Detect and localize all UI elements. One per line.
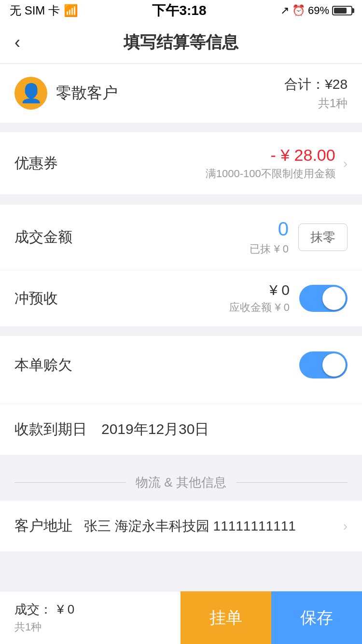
due-date-row: 收款到期日 2019年12月30日: [0, 404, 362, 455]
customer-row: 👤 零散客户 合计：¥28 共1种: [0, 64, 362, 123]
customer-right: 合计：¥28 共1种: [284, 75, 348, 111]
bottom-info: 成交： ¥ 0 共1种: [0, 591, 181, 644]
back-button[interactable]: ‹: [10, 28, 25, 57]
coupon-info: - ¥ 28.00 满1000-100不限制使用金额: [206, 146, 335, 181]
status-right: ↗ ⏰ 69%: [280, 4, 352, 17]
pre-collection-text: ¥ 0 应收金额 ¥ 0: [229, 282, 290, 315]
debt-toggle[interactable]: [299, 351, 348, 378]
bottom-deal-label: 成交：: [14, 601, 52, 618]
status-left: 无 SIM 卡 📶: [10, 3, 78, 18]
pre-collection-row: 冲预收 ¥ 0 应收金额 ¥ 0: [0, 270, 362, 326]
pre-sub: 应收金额 ¥ 0: [229, 300, 290, 315]
divider-1: [0, 326, 362, 336]
bottom-deal-amount: ¥ 0: [57, 602, 74, 617]
divider-2: [0, 455, 362, 464]
discount-amount: - ¥ 28.00: [206, 146, 335, 165]
pre-amount: ¥ 0: [229, 282, 290, 298]
deal-section: 成交金额 0 已抹 ¥ 0 抹零 冲预收 ¥ 0 应收金额 ¥ 0: [0, 205, 362, 326]
round-button[interactable]: 抹零: [298, 224, 348, 251]
deal-row: 成交金额 0 已抹 ¥ 0 抹零: [0, 205, 362, 270]
bottom-bar: 成交： ¥ 0 共1种 挂单 保存: [0, 591, 362, 644]
due-date-label: 收款到期日: [14, 420, 87, 439]
coupon-section: 优惠券 - ¥ 28.00 满1000-100不限制使用金额 ›: [0, 132, 362, 195]
bottom-count: 共1种: [14, 620, 166, 634]
coupon-label: 优惠券: [14, 154, 58, 173]
deal-info: 0 已抹 ¥ 0: [250, 218, 289, 256]
address-value: 张三 海淀永丰科技园 11111111111: [84, 517, 343, 535]
save-button[interactable]: 保存: [271, 591, 362, 644]
debt-row: 本单赊欠: [0, 336, 362, 394]
logistics-title: 物流 & 其他信息: [126, 474, 236, 491]
status-time: 下午3:18: [152, 1, 206, 20]
battery-icon: [332, 6, 352, 15]
logistics-line-left: [14, 482, 126, 483]
total-count: 共1种: [284, 96, 348, 111]
debt-section: 本单赊欠 收款到期日 2019年12月30日: [0, 336, 362, 455]
no-sim-label: 无 SIM 卡: [10, 3, 60, 18]
pre-collection-label: 冲预收: [14, 289, 58, 308]
coupon-chevron: ›: [343, 156, 348, 171]
location-icon: ↗: [280, 4, 289, 17]
content: 👤 零散客户 合计：¥28 共1种 优惠券 - ¥ 28.00 满1000-10…: [0, 64, 362, 619]
avatar-icon: 👤: [20, 83, 42, 104]
coupon-row[interactable]: 优惠券 - ¥ 28.00 满1000-100不限制使用金额 ›: [0, 132, 362, 195]
alarm-icon: ⏰: [292, 4, 305, 17]
deal-amount: 0: [250, 218, 289, 240]
page-title: 填写结算等信息: [124, 31, 238, 54]
deal-sub: 已抹 ¥ 0: [250, 242, 289, 256]
pre-collection-right: ¥ 0 应收金额 ¥ 0: [229, 282, 348, 315]
total-label: 合计：¥28: [284, 75, 348, 94]
nav-bar: ‹ 填写结算等信息: [0, 21, 362, 64]
debt-toggle-knob: [322, 353, 346, 377]
logistics-line-right: [236, 482, 348, 483]
debt-label: 本单赊欠: [14, 355, 72, 375]
bottom-deal: 成交： ¥ 0: [14, 601, 166, 618]
pre-collection-toggle[interactable]: [299, 285, 348, 312]
deal-right: 0 已抹 ¥ 0 抹零: [250, 218, 348, 256]
customer-avatar: 👤: [14, 77, 47, 110]
coupon-right: - ¥ 28.00 满1000-100不限制使用金额 ›: [206, 146, 348, 181]
address-section: 客户地址 张三 海淀永丰科技园 11111111111 ›: [0, 501, 362, 551]
status-bar: 无 SIM 卡 📶 下午3:18 ↗ ⏰ 69%: [0, 0, 362, 21]
wifi-icon: 📶: [64, 4, 78, 17]
address-chevron: ›: [343, 518, 348, 534]
customer-left: 👤 零散客户: [14, 77, 118, 110]
logistics-header: 物流 & 其他信息: [0, 464, 362, 501]
pending-button[interactable]: 挂单: [181, 591, 271, 644]
customer-name: 零散客户: [56, 83, 118, 104]
discount-desc: 满1000-100不限制使用金额: [206, 167, 335, 181]
battery-percent: 69%: [308, 4, 329, 17]
toggle-knob: [322, 287, 346, 310]
deal-label: 成交金额: [14, 227, 72, 247]
address-row[interactable]: 客户地址 张三 海淀永丰科技园 11111111111 ›: [0, 501, 362, 551]
address-label: 客户地址: [14, 516, 72, 536]
due-date-value[interactable]: 2019年12月30日: [101, 420, 209, 439]
